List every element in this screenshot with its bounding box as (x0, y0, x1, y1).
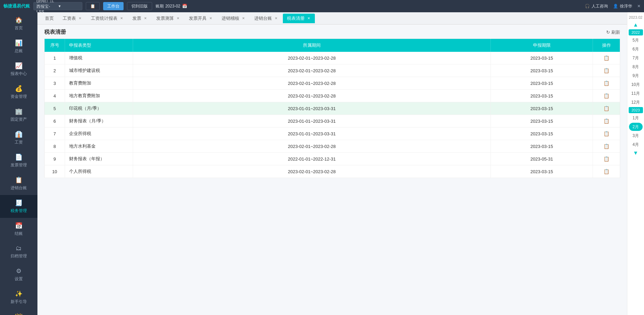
tab-purchase-check-close[interactable]: ✕ (241, 16, 245, 20)
sidebar-item-tax[interactable]: 🧾 税务管理 (0, 195, 37, 218)
settings-icon: ⚙ (16, 267, 21, 275)
sidebar-item-member[interactable]: 👑 畅会员 (0, 309, 37, 315)
action-view-icon[interactable]: 📋 (603, 55, 609, 61)
col-header-period: 所属期间 (133, 39, 491, 52)
tab-invoice-calc[interactable]: 发票测算 ✕ (152, 14, 184, 23)
cell-period: 2023-02-01~2023-02-28 (133, 77, 491, 90)
month-2022-9[interactable]: 9月 (629, 72, 643, 80)
sidebar-item-asset[interactable]: 🏢 固定资产 (0, 104, 37, 126)
month-2023-1[interactable]: 1月 (629, 114, 643, 122)
ai-consult-label: 人工咨询 (592, 3, 608, 9)
col-header-seq: 序号 (45, 39, 65, 52)
page-title: 税表清册 (44, 29, 66, 36)
switch-old-button[interactable]: 切到旧版 (127, 2, 152, 10)
action-view-icon[interactable]: 📋 (603, 131, 609, 136)
tab-salary-table-label: 工资表 (63, 15, 76, 21)
month-2023-3[interactable]: 3月 (629, 132, 643, 140)
app-logo: 畅捷通易代账 (3, 3, 30, 9)
cell-seq: 3 (45, 77, 65, 90)
company-selector[interactable]: (勿动）江西报宝-LSS ▾ (33, 2, 82, 10)
action-view-icon[interactable]: 📋 (603, 144, 609, 149)
month-2022-6[interactable]: 6月 (629, 45, 643, 53)
tab-salary-report-close[interactable]: ✕ (119, 16, 124, 20)
tab-tax-list-close[interactable]: ✕ (307, 16, 311, 20)
tab-invoice-open[interactable]: 发票开具 ✕ (185, 14, 217, 23)
panel-nav-down[interactable]: ▼ (632, 149, 640, 157)
table-row: 2 城市维护建设税 2023-02-01~2023-02-28 2023-03-… (45, 64, 620, 77)
sidebar-item-home[interactable]: 🏠 首页 (0, 12, 37, 35)
month-2022-5[interactable]: 5月 (629, 36, 643, 44)
sidebar-item-fund[interactable]: 💰 资金管理 (0, 81, 37, 104)
report-icon: 📈 (15, 62, 22, 70)
tab-invoice-open-close[interactable]: ✕ (209, 16, 213, 20)
tab-salary-table[interactable]: 工资表 ✕ (59, 14, 86, 23)
cell-deadline: 2023-03-15 (491, 102, 593, 115)
cell-deadline: 2023-05-31 (491, 153, 593, 165)
month-2022-12[interactable]: 12月 (629, 98, 643, 106)
tab-home[interactable]: 首页 (41, 14, 58, 23)
headset-icon: 🎧 (585, 4, 590, 9)
cell-seq: 10 (45, 165, 65, 178)
user-menu[interactable]: 👤 徐淳华 (613, 3, 632, 9)
tab-invoice[interactable]: 发票 ✕ (128, 14, 151, 23)
workbench-button[interactable]: 工作台 (103, 2, 124, 10)
sidebar-label-guide: 新手引导 (11, 299, 27, 305)
table-row: 8 地方水利基金 2023-02-01~2023-02-28 2023-03-1… (45, 140, 620, 153)
cell-period: 2023-02-01~2023-02-28 (133, 64, 491, 77)
month-2022-11[interactable]: 11月 (629, 89, 643, 97)
tab-salary-table-close[interactable]: ✕ (78, 16, 82, 20)
action-view-icon[interactable]: 📋 (603, 68, 609, 73)
sidebar-label-fund: 资金管理 (11, 94, 27, 100)
sidebar-item-sales[interactable]: 📋 进销台账 (0, 172, 37, 195)
tab-invoice-calc-close[interactable]: ✕ (176, 16, 180, 20)
cell-action: 📋 (593, 102, 620, 115)
sidebar-item-settings[interactable]: ⚙ 设置 (0, 263, 37, 286)
sidebar-item-invoice[interactable]: 📄 发票管理 (0, 149, 37, 172)
refresh-button[interactable]: ↻ 刷新 (606, 29, 620, 35)
action-view-icon[interactable]: 📋 (603, 106, 609, 111)
table-container: 序号 申报表类型 所属期间 申报期限 操作 1 增值税 2023-02-01~2… (37, 39, 627, 315)
tab-sales-ledger[interactable]: 进销台账 ✕ (250, 14, 282, 23)
sidebar-item-salary[interactable]: 👔 工资 (0, 126, 37, 149)
sidebar-item-ledger[interactable]: 📊 总账 (0, 35, 37, 58)
tab-sales-ledger-close[interactable]: ✕ (274, 16, 278, 20)
cell-period: 2023-01-01~2023-03-31 (133, 127, 491, 140)
sidebar-item-guide[interactable]: ✨ 新手引导 (0, 286, 37, 309)
invoice-icon: 📄 (15, 153, 22, 161)
action-view-icon[interactable]: 📋 (603, 156, 609, 162)
sidebar-item-close[interactable]: 📅 结账 (0, 218, 37, 241)
ai-consult[interactable]: 🎧 人工咨询 (585, 3, 608, 9)
cell-period: 2023-02-01~2023-02-28 (133, 90, 491, 102)
tab-invoice-close[interactable]: ✕ (143, 16, 147, 20)
tab-sales-ledger-label: 进销台账 (254, 15, 272, 21)
tab-tax-list[interactable]: 税表清册 ✕ (283, 14, 315, 23)
sidebar-label-tax: 税务管理 (11, 208, 27, 214)
cell-deadline: 2023-03-15 (491, 90, 593, 102)
table-row: 5 印花税（月/季） 2023-01-01~2023-03-31 2023-03… (45, 102, 620, 115)
sidebar-item-report[interactable]: 📈 报表中心 (0, 58, 37, 81)
action-view-icon[interactable]: 📋 (603, 93, 609, 99)
action-view-icon[interactable]: 📋 (603, 169, 609, 174)
refresh-label: 刷新 (611, 29, 620, 35)
month-2023-2[interactable]: 2月 (629, 123, 643, 131)
action-view-icon[interactable]: 📋 (603, 118, 609, 124)
chevron-down-icon: ▾ (59, 4, 79, 9)
tab-purchase-check[interactable]: 进销稽核 ✕ (218, 14, 249, 23)
tab-salary-report[interactable]: 工资统计报表 ✕ (87, 14, 128, 23)
month-2022-7[interactable]: 7月 (629, 54, 643, 62)
cell-deadline: 2023-03-15 (491, 77, 593, 90)
page-header: 税表清册 ↻ 刷新 (37, 25, 627, 39)
sidebar-item-archive[interactable]: 🗂 归档管理 (0, 241, 37, 263)
period-value: 2023-02 (165, 4, 180, 9)
refresh-icon: ↻ (606, 30, 610, 35)
month-2023-4[interactable]: 4月 (629, 140, 643, 149)
sidebar-label-ledger: 总账 (15, 48, 23, 54)
page-content: 税表清册 ↻ 刷新 序号 申报表类型 所属期间 申报期限 操作 (37, 25, 627, 315)
panel-nav-up[interactable]: ▲ (632, 21, 640, 29)
close-window-icon[interactable]: ✕ (637, 4, 641, 9)
month-2022-8[interactable]: 8月 (629, 63, 643, 71)
month-2022-10[interactable]: 10月 (629, 80, 643, 89)
cell-type: 城市维护建设税 (65, 64, 133, 77)
action-view-icon[interactable]: 📋 (603, 80, 609, 86)
cell-period: 2023-02-01~2023-02-28 (133, 165, 491, 178)
